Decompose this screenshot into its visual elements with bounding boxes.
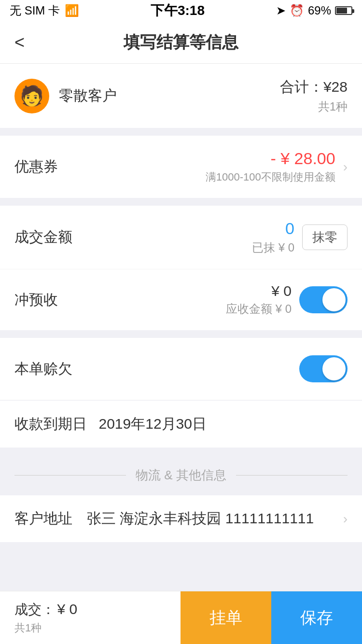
total-count: 共1种 [280,99,348,114]
coupon-value-col: - ¥ 28.00 满1000-100不限制使用金额 [206,149,335,184]
bottom-count: 共1种 [14,621,166,635]
hold-button[interactable]: 挂单 [181,591,271,644]
customer-section: 🧑 零散客户 合计：¥28 共1种 [0,64,362,128]
customer-name: 零散客户 [59,86,117,106]
bottom-deal-line: 成交： ¥ 0 [14,601,166,619]
debt-toggle[interactable] [299,355,348,382]
prepay-value-col: ¥ 0 应收金额 ¥ 0 [226,283,292,317]
bottom-deal-amount: ¥ 0 [57,601,77,617]
battery-label: 69% [308,4,331,17]
page-title: 填写结算等信息 [124,31,238,54]
address-value: 张三 海淀永丰科技园 11111111111 [87,509,343,529]
status-left: 无 SIM 卡 📶 [10,3,79,18]
save-button[interactable]: 保存 [271,591,362,644]
debt-row: 本单赊欠 [0,338,362,400]
bottom-deal-label: 成交： [14,602,55,617]
coupon-right[interactable]: - ¥ 28.00 满1000-100不限制使用金额 › [206,149,348,184]
prepay-label: 冲预收 [14,290,58,310]
customer-info: 🧑 零散客户 [14,79,117,113]
status-time: 下午3:18 [151,1,205,20]
address-label: 客户地址 [14,509,72,529]
due-date-row: 收款到期日 2019年12月30日 [0,400,362,448]
logistics-title: 物流 & 其他信息 [126,467,236,484]
coupon-section[interactable]: 优惠券 - ¥ 28.00 满1000-100不限制使用金额 › [0,136,362,198]
prepay-toggle[interactable] [299,286,348,313]
address-chevron: › [343,511,348,527]
coupon-label: 优惠券 [14,157,58,177]
prepay-right: ¥ 0 应收金额 ¥ 0 [226,283,348,317]
avatar-icon: 🧑 [20,84,44,107]
coupon-desc: 满1000-100不限制使用金额 [206,170,335,184]
debt-toggle-knob [322,357,346,380]
due-date-value: 2019年12月30日 [98,416,206,432]
debt-section: 本单赊欠 收款到期日 2019年12月30日 [0,338,362,448]
already-rounded: 已抹 ¥ 0 [252,240,294,255]
customer-avatar: 🧑 [14,79,49,113]
deal-amount-label: 成交金额 [14,227,72,247]
bottom-bar: 成交： ¥ 0 共1种 挂单 保存 [0,591,362,644]
sim-label: 无 SIM 卡 [10,3,60,18]
deal-amount-right: 0 已抹 ¥ 0 抹零 [252,219,348,255]
debt-label: 本单赊欠 [14,359,72,379]
due-date-label: 收款到期日 [14,416,87,432]
logistics-divider-left [14,475,126,476]
deal-amount-row: 成交金额 0 已抹 ¥ 0 抹零 [0,206,362,269]
alarm-icon: ⏰ [290,4,304,17]
prepay-value: ¥ 0 [226,283,292,299]
deal-amount-col: 0 已抹 ¥ 0 [252,219,294,255]
toggle-knob [322,288,346,311]
coupon-chevron: › [343,159,348,175]
nav-bar: < 填写结算等信息 [0,21,362,64]
coupon-value: - ¥ 28.00 [206,149,335,168]
logistics-divider-right [236,475,348,476]
deal-section: 成交金额 0 已抹 ¥ 0 抹零 冲预收 ¥ 0 应收金额 ¥ 0 [0,206,362,330]
bottom-summary: 成交： ¥ 0 共1种 [0,601,181,635]
total-amount: 合计：¥28 [280,77,348,97]
wifi-icon: 📶 [65,4,79,17]
logistics-header: 物流 & 其他信息 [0,455,362,495]
location-icon: ➤ [276,4,286,17]
status-right: ➤ ⏰ 69% [276,4,352,17]
prepay-row: 冲预收 ¥ 0 应收金额 ¥ 0 [0,269,362,330]
round-off-button[interactable]: 抹零 [302,224,348,250]
back-button[interactable]: < [10,28,29,57]
content: 🧑 零散客户 合计：¥28 共1种 优惠券 - ¥ 28.00 满1000-10… [0,64,362,600]
address-row[interactable]: 客户地址 张三 海淀永丰科技园 11111111111 › [0,495,362,542]
prepay-receivable: 应收金额 ¥ 0 [226,301,292,317]
coupon-row[interactable]: 优惠券 - ¥ 28.00 满1000-100不限制使用金额 › [0,136,362,198]
customer-totals: 合计：¥28 共1种 [280,77,348,114]
status-bar: 无 SIM 卡 📶 下午3:18 ➤ ⏰ 69% [0,0,362,21]
battery-icon [335,6,352,15]
deal-amount-value: 0 [252,219,294,238]
